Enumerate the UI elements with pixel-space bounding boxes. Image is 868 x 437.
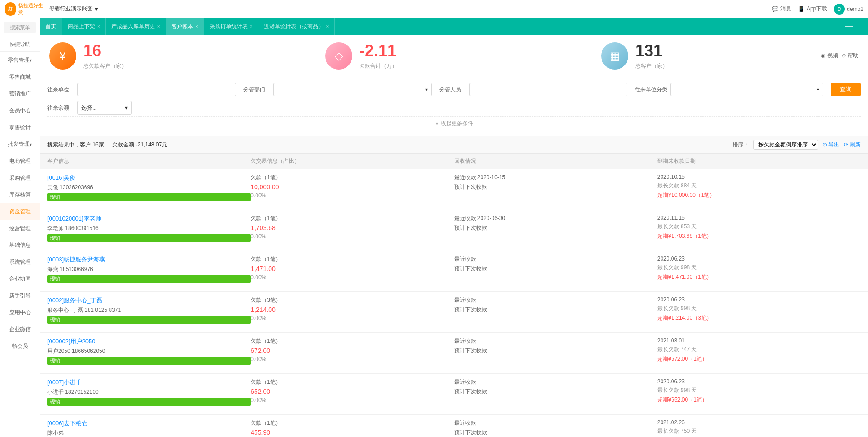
sidebar-item-purchase[interactable]: 采购管理 (0, 170, 40, 186)
sidebar-label: 零售商城 (9, 74, 31, 80)
balance-chevron-icon: ▾ (125, 105, 128, 111)
customer-link-0[interactable]: [0016]吴俊 (47, 174, 251, 182)
app-label: App下载 (807, 5, 827, 13)
search-menu-btn[interactable]: 搜索菜单 (4, 22, 36, 33)
overdue-amount-0[interactable]: 超期¥10,000.00（1笔） (657, 191, 861, 199)
message-icon: 💬 (772, 6, 778, 12)
app-download-btn[interactable]: 📱 App下载 (798, 5, 827, 13)
cell-customer-5: [0007]小进千 小进千 18279152100 现销 (47, 378, 251, 410)
cell-due-1: 2020.11.15 最长欠款 853 天 超期¥1,703.68（1笔） (657, 215, 861, 246)
sidebar-item-membership[interactable]: 畅会员 (0, 338, 40, 355)
user-btn[interactable]: D demo2 (834, 4, 863, 15)
last-repay-1: 最近收款 2020-06-30 (454, 215, 657, 222)
customer-link-3[interactable]: [0002]服务中心_丁磊 (47, 296, 251, 305)
tab-customer-account[interactable]: 客户账本 × (166, 18, 204, 35)
dept-select[interactable]: ▾ (273, 83, 432, 96)
tab-products-close[interactable]: × (97, 24, 100, 29)
query-btn[interactable]: 查询 (831, 83, 861, 96)
app-wrapper: 好 畅捷通好生意 母婴行业演示账套 ▾ 💬 消息 📱 App下载 D demo2 (0, 0, 868, 437)
debt-amount-6: 455.90 (251, 429, 454, 436)
customer-link-6[interactable]: [0006]去下粮仓 (47, 419, 251, 427)
overdue-amount-1[interactable]: 超期¥1,703.68（1笔） (657, 232, 861, 240)
tab-production-history[interactable]: 产成品入库单历史 × (106, 18, 166, 35)
tab-production-close[interactable]: × (157, 24, 160, 29)
cell-debt-4: 欠款（1笔） 672.00 0.00% (251, 337, 454, 369)
help-btn[interactable]: ⊙ 帮助 (842, 52, 858, 60)
debt-ratio-2: 0.00% (251, 274, 454, 281)
collapse-bar[interactable]: ∧ 收起更多条件 (47, 116, 861, 130)
cell-debt-0: 欠款（1笔） 10,000.00 0.00% (251, 174, 454, 205)
overdue-amount-3[interactable]: 超期¥1,214.00（3笔） (657, 314, 861, 322)
tab-purchase-stats[interactable]: 采购订单统计表 × (204, 18, 259, 35)
last-repay-5: 最近收款 (454, 378, 657, 386)
customer-link-4[interactable]: [000002]用户2050 (47, 337, 251, 346)
tab-customer-label: 客户账本 (171, 23, 193, 30)
sidebar-label: 基础信息 (9, 242, 31, 248)
quick-nav-btn[interactable]: 快捷导航 (0, 37, 40, 52)
balance-select[interactable]: 选择... ▾ (77, 101, 132, 115)
stat-card-debt-amount: ◇ -2.11 欠款合计（万） (316, 35, 592, 77)
sidebar-item-corp-wechat[interactable]: 企业微信 (0, 321, 40, 338)
sort-select[interactable]: 按欠款金额倒序排序 (753, 140, 818, 150)
stat-info-amount: -2.11 欠款合计（万） (359, 41, 397, 70)
cell-repay-0: 最近收款 2020-10-15 预计下次收款 (454, 174, 657, 205)
overdue-amount-5[interactable]: 超期¥652.00（1笔） (657, 396, 861, 404)
tab-expand-btn[interactable]: ⛶ (856, 22, 863, 30)
due-date-6: 2021.02.26 (657, 419, 861, 426)
customer-link-2[interactable]: [0003]畅捷服务尹海燕 (47, 256, 251, 264)
sidebar-item-member[interactable]: 会员中心 (0, 102, 40, 119)
sidebar-item-enterprise[interactable]: 企业协同 (0, 271, 40, 287)
sidebar-item-app-center[interactable]: 应用中心 (0, 304, 40, 321)
video-btn[interactable]: ◉ 视频 (821, 52, 838, 60)
cell-debt-2: 欠款（1笔） 1,471.00 0.00% (251, 256, 454, 287)
tab-purchase-by-product[interactable]: 进货单统计表（按商品） × (258, 18, 335, 35)
refresh-btn[interactable]: ⟳ 刷新 (844, 141, 861, 149)
person-input[interactable]: ··· (469, 83, 628, 96)
refresh-icon: ⟳ (844, 141, 848, 148)
overdue-amount-2[interactable]: 超期¥1,471.00（1笔） (657, 273, 861, 281)
message-btn[interactable]: 💬 消息 (772, 5, 791, 13)
customer-link-1[interactable]: [0001020001]李老师 (47, 215, 251, 223)
sidebar-item-newbie[interactable]: 新手引导 (0, 287, 40, 304)
overdue-amount-4[interactable]: 超期¥672.00（1笔） (657, 355, 861, 363)
last-repay-2: 最近收款 (454, 256, 657, 263)
store-selector[interactable]: 母婴行业演示账套 ▾ (45, 0, 103, 18)
sidebar-item-retail-stats[interactable]: 零售统计 (0, 119, 40, 136)
overdue-days-0: 最长欠款 884 天 (657, 182, 861, 190)
result-prefix: 搜索结果中，客户 (47, 141, 91, 148)
main-area: 搜索菜单 快捷导航 零售管理▾ 零售商城 营销推广 会员中心 零售统计 (0, 18, 868, 437)
tab-purchase-product-close[interactable]: × (326, 24, 329, 29)
result-actions: 排序： 按欠款金额倒序排序 ⊙ 导出 ⟳ 刷新 (733, 140, 861, 150)
sidebar-item-basic-info[interactable]: 基础信息 (0, 237, 40, 254)
export-btn[interactable]: ⊙ 导出 (823, 141, 839, 149)
tab-home[interactable]: 首页 (40, 18, 62, 35)
next-repay-2: 预计下次收款 (454, 265, 657, 273)
tab-customer-close[interactable]: × (196, 24, 198, 29)
stats-row: ¥ 16 总欠款客户（家） ◇ -2.11 欠款合计（万） (40, 35, 868, 77)
tab-purchase-close[interactable]: × (250, 24, 253, 29)
sidebar-item-retail-mall[interactable]: 零售商城 (0, 69, 40, 85)
customer-tag-2: 现销 (47, 275, 251, 283)
category-select[interactable]: ▾ (670, 83, 823, 96)
stat-icon-amount: ◇ (325, 42, 352, 70)
sidebar-label: 会员中心 (9, 107, 31, 114)
sidebar-item-batch-mgmt[interactable]: 批发管理▾ (0, 136, 40, 153)
debt-count-4: 欠款（1笔） (251, 337, 454, 345)
tab-collapse-btn[interactable]: — (845, 22, 853, 30)
sidebar-item-marketing[interactable]: 营销推广 (0, 85, 40, 102)
sidebar-item-ecommerce[interactable]: 电商管理 (0, 153, 40, 170)
content-area: 首页 商品上下架 × 产成品入库单历史 × 客户账本 × 采购订单统计表 × (40, 18, 868, 437)
sidebar-item-system[interactable]: 系统管理 (0, 254, 40, 271)
sidebar-item-operation[interactable]: 经营管理 (0, 220, 40, 237)
cell-customer-4: [000002]用户2050 用户2050 18665062050 现销 (47, 337, 251, 369)
tab-products[interactable]: 商品上下架 × (62, 18, 106, 35)
sidebar-item-retail-mgmt[interactable]: 零售管理▾ (0, 52, 40, 69)
tab-purchase-product-label: 进货单统计表（按商品） (264, 23, 324, 30)
stat-info-total: 131 总客户（家） (635, 41, 668, 70)
user-label: demo2 (847, 6, 863, 12)
sidebar-item-capital[interactable]: 资金管理 (0, 203, 40, 220)
source-unit-input[interactable]: ··· (77, 83, 236, 96)
sidebar-item-inventory[interactable]: 库存核算 (0, 186, 40, 203)
stat-label-debt-customers: 总欠款客户（家） (83, 62, 127, 70)
customer-link-5[interactable]: [0007]小进千 (47, 378, 251, 387)
